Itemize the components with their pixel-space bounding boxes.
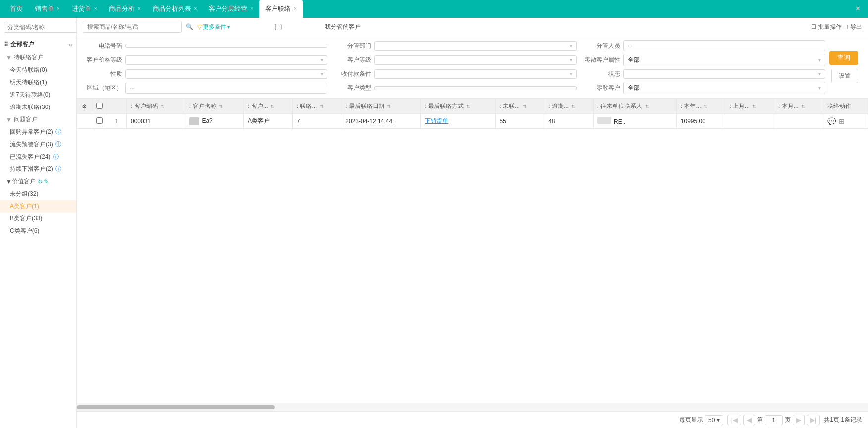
person-label: 分管人员 [581,42,620,50]
first-page-button[interactable]: |◀ [727,415,741,425]
pager: |◀ ◀ 第 页 ▶ ▶| [727,415,820,425]
sidebar-item-overdue-contact[interactable]: 逾期未联络(30) [0,101,76,113]
tab-customer-tier[interactable]: 客户分层经营 × [203,0,259,18]
search-icon[interactable]: 🔍 [186,23,193,30]
row-checkbox[interactable] [96,117,103,124]
close-tab-sales[interactable]: × [57,0,60,18]
search-input[interactable] [83,21,182,33]
page-number-input[interactable] [765,415,783,425]
close-tab-list[interactable]: × [194,0,197,18]
col-this-month[interactable]: : 本月... ⇅ [774,99,823,114]
select-all-checkbox[interactable] [96,103,103,109]
close-tab-purchase[interactable]: × [94,0,97,18]
my-customers-checkbox-label[interactable]: 我分管的客户 [234,23,361,31]
app-close-button[interactable]: × [852,4,864,13]
tab-sales-order[interactable]: 销售单 × [29,0,66,18]
last-page-button[interactable]: ▶| [807,415,820,425]
nature-label: 性质 [83,70,122,78]
col-unit-contact[interactable]: : 往来单位联系人 ⇅ [593,99,676,114]
nature-select[interactable]: ▾ [125,69,327,79]
sidebar-value-customers-title[interactable]: ▼ 价值客户 ↻ ✎ [0,175,76,188]
sidebar-item-declining[interactable]: 持续下滑客户(2) ⓘ [0,163,76,175]
contact-method-link[interactable]: 下销货单 [425,117,448,124]
sidebar-search-input[interactable] [4,22,77,33]
col-no-contact[interactable]: : 未联... ⇅ [495,99,544,114]
col-customer-code[interactable]: : 客户编码 ⇅ [127,99,185,114]
col-settings[interactable]: ⚙ [77,99,92,114]
tab-product-analysis[interactable]: 商品分析 × [103,0,147,18]
col-num [107,99,127,114]
col-contact[interactable]: : 联络... ⇅ [292,99,341,114]
payment-select[interactable]: ▾ [374,69,576,79]
scatter-attr-select[interactable]: 全部 ▾ [623,54,825,66]
phone-input[interactable] [125,44,327,48]
sidebar-item-7days-contact[interactable]: 近7天待联络(0) [0,89,76,101]
sidebar-item-churn-warning[interactable]: 流失预警客户(3) ⓘ [0,138,76,151]
sidebar-item-repurchase-abnormal[interactable]: 回购异常客户(2) ⓘ [0,126,76,138]
close-tab-product[interactable]: × [138,0,141,18]
edit-icon[interactable]: ✎ [44,178,49,185]
status-select[interactable]: ▾ [623,69,825,79]
filter-field-region: 区域（地区） ··· [83,83,327,94]
close-tab-contact[interactable]: × [294,0,297,18]
sidebar-pending-contact-group: ▼ 待联络客户 今天待联络(0) 明天待联络(1) 近7天待联络(0) 逾期未联… [0,52,76,113]
col-last-contact-date[interactable]: : 最后联络日期 ⇅ [341,99,421,114]
dept-select[interactable]: ▾ [374,41,576,51]
sidebar-item-a-class[interactable]: A类客户(1) [0,200,76,213]
tab-purchase-order[interactable]: 进货单 × [66,0,103,18]
sidebar-item-churned[interactable]: 已流失客户(24) ⓘ [0,151,76,163]
export-button[interactable]: ↑ 导出 [846,23,862,31]
col-this-year[interactable]: : 本年... ⇅ [676,99,725,114]
query-button[interactable]: 查询 [829,51,858,65]
person-input[interactable]: ··· [623,40,825,51]
scatter-select[interactable]: 全部 ▾ [623,82,825,94]
collapse-icon[interactable]: « [69,41,72,48]
region-label: 区域（地区） [83,84,122,92]
col-overdue[interactable]: : 逾期... ⇅ [544,99,594,114]
cell-this-year: 10995.00 [676,114,725,129]
next-page-button[interactable]: ▶ [793,415,805,425]
col-customer-level[interactable]: : 客户... ⇅ [244,99,293,114]
prev-page-button[interactable]: ◀ [743,415,755,425]
sidebar-item-ungrouped[interactable]: 未分组(32) [0,188,76,200]
home-tab[interactable]: 首页 [4,4,29,13]
customer-level-select[interactable]: ▾ [374,55,576,65]
close-tab-tier[interactable]: × [250,0,253,18]
sidebar-item-today-contact[interactable]: 今天待联络(0) [0,64,76,76]
my-customers-checkbox[interactable] [234,24,323,30]
sort-icon5: ⇅ [387,104,391,109]
customer-type-input[interactable] [374,86,576,90]
chat-icon[interactable]: 💬 [827,117,836,125]
chevron-down-icon: ▾ [818,57,821,63]
col-customer-name[interactable]: : 客户名称 ⇅ [185,99,244,114]
col-last-month[interactable]: : 上月... ⇅ [725,99,774,114]
cell-checkbox[interactable] [92,114,107,129]
more-conditions-button[interactable]: ▽ 更多条件 ▾ [197,23,230,31]
chevron-down-icon: ▾ [570,71,572,77]
setting-button[interactable]: 设置 [831,69,858,83]
chevron-down-icon: ▾ [818,85,821,91]
batch-operation-button[interactable]: ☐ 批量操作 [811,23,842,31]
col-checkbox[interactable] [92,99,107,114]
sidebar-problem-customers-title[interactable]: ▼ 问题客户 [0,113,76,126]
tab-customer-contact[interactable]: 客户联络 × [259,0,303,18]
sidebar-all-customers[interactable]: ⠿ 全部客户 « [0,37,76,52]
cell-last-method[interactable]: 下销货单 [421,114,495,129]
sidebar-pending-contact-title[interactable]: ▼ 待联络客户 [0,52,76,64]
cell-name: Ea? [185,114,244,129]
chevron-down-icon: ▾ [321,57,323,63]
refresh-icon[interactable]: ↻ [38,178,43,185]
col-last-contact-method[interactable]: : 最后联络方式 ⇅ [421,99,495,114]
tab-product-analysis-list[interactable]: 商品分析列表 × [147,0,203,18]
price-level-select[interactable]: ▾ [125,55,327,65]
per-page-select[interactable]: 50 ▾ [705,415,723,425]
qr-icon[interactable]: ⊞ [839,117,845,125]
sidebar-item-b-class[interactable]: B类客户(33) [0,213,76,225]
filter-field-scatter-attr: 零散客户属性 全部 ▾ [581,54,825,66]
scroll-thumb[interactable] [77,405,275,409]
sidebar-item-tomorrow-contact[interactable]: 明天待联络(1) [0,76,76,89]
horizontal-scrollbar[interactable] [77,403,868,411]
sidebar-item-c-class[interactable]: C类客户(6) [0,225,76,237]
region-input[interactable]: ··· [125,83,327,94]
bottom-bar: 每页显示 50 ▾ |◀ ◀ 第 页 ▶ ▶| 共1页 1条记录 [77,411,868,428]
